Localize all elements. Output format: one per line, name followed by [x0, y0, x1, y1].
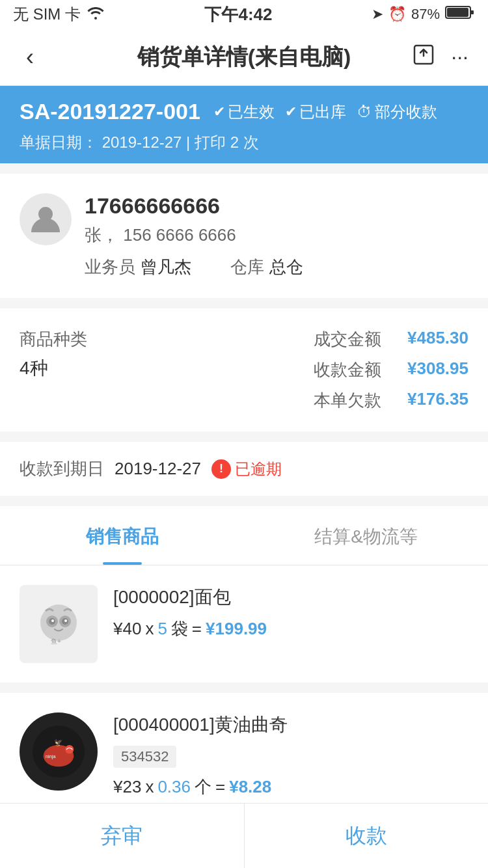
stats-left: 商品种类 4种 — [20, 328, 314, 381]
warehouse-value: 总仓 — [269, 256, 303, 278]
status-tag-shipped: ✔ 已出库 — [285, 102, 346, 122]
status-tag-active: ✔ 已生效 — [213, 102, 275, 122]
sales-rep-item: 业务员 曾凡杰 — [85, 256, 191, 278]
clock-icon: ⏱ — [357, 103, 372, 121]
status-tags: ✔ 已生效 ✔ 已出库 ⏱ 部分收款 — [213, 102, 437, 122]
back-button[interactable]: ‹ — [20, 37, 40, 77]
status-left: 无 SIM 卡 — [13, 4, 105, 25]
svg-point-17 — [65, 745, 74, 753]
equals-1: = — [192, 619, 202, 639]
tab-sales-label: 销售商品 — [86, 526, 159, 547]
check-icon-1: ✔ — [213, 103, 225, 120]
customer-phone-text: 156 6666 6666 — [123, 225, 236, 245]
date-label: 单据日期： — [20, 133, 98, 151]
tab-settlement-label: 结算&物流等 — [314, 526, 418, 547]
order-id: SA-20191227-001 — [20, 99, 200, 124]
customer-meta: 业务员 曾凡杰 仓库 总仓 — [85, 256, 468, 278]
kind-label: 商品种类 — [20, 328, 314, 351]
tab-sales[interactable]: 销售商品 — [0, 506, 244, 565]
unit-1: 袋 — [171, 617, 188, 640]
tab-settlement[interactable]: 结算&物流等 — [244, 506, 488, 565]
carrier-text: 无 SIM 卡 — [13, 4, 81, 25]
stat-row-2: 收款金额 ¥308.95 — [314, 359, 468, 381]
product-item-2: 🦅 ninja [000400001]黄油曲奇 534532 ¥23 x 0.3… — [0, 693, 488, 818]
stat-row-3: 本单欠款 ¥176.35 — [314, 389, 468, 412]
svg-point-10 — [51, 619, 54, 622]
order-date: 2019-12-27 — [102, 133, 182, 151]
sales-rep-label: 业务员 — [85, 256, 135, 278]
product-code-2: [000400001] — [113, 714, 215, 735]
product-name-1: [0000002]面包 — [113, 585, 468, 610]
total-2: ¥8.28 — [229, 777, 271, 797]
unit-2: 个 — [195, 776, 211, 798]
product-title-1: 面包 — [195, 587, 231, 607]
more-icon[interactable]: ··· — [451, 45, 468, 69]
stats-section: 商品种类 4种 成交金额 ¥485.30 收款金额 ¥308.95 本单欠款 ¥… — [0, 308, 488, 431]
kind-count: 4种 — [20, 356, 314, 381]
cancel-button[interactable]: 弃审 — [0, 804, 245, 868]
stat-amount-2: ¥308.95 — [407, 359, 468, 381]
warehouse-label: 仓库 — [230, 256, 264, 278]
status-active-label: 已生效 — [228, 102, 275, 122]
print-info: 打印 2 次 — [195, 133, 259, 151]
status-shipped-label: 已出库 — [299, 102, 346, 122]
product-code-1: [0000002] — [113, 587, 195, 607]
due-date: 2019-12-27 — [115, 459, 201, 479]
cookie-img-2: 🦅 ninja — [33, 726, 85, 778]
header-banner: SA-20191227-001 ✔ 已生效 ✔ 已出库 ⏱ 部分收款 单据日期：… — [0, 86, 488, 163]
product-price-2: ¥23 x 0.36个 = ¥8.28 — [113, 776, 468, 798]
status-time: 下午4:42 — [204, 3, 272, 26]
banner-top: SA-20191227-001 ✔ 已生效 ✔ 已出库 ⏱ 部分收款 — [20, 99, 468, 124]
total-1: ¥199.99 — [206, 619, 267, 639]
product-img-1: 鱼+ — [20, 585, 98, 663]
overdue-label: 已逾期 — [235, 459, 282, 480]
svg-text:鱼+: 鱼+ — [51, 638, 61, 645]
customer-info: 17666666666 张， 156 6666 6666 业务员 曾凡杰 仓库 … — [85, 193, 468, 278]
customer-phone: 张， 156 6666 6666 — [85, 224, 468, 247]
qty-1: 5 — [157, 619, 167, 639]
overdue-icon: ! — [211, 459, 231, 479]
customer-name-text: 张， — [85, 225, 118, 245]
qty-2: 0.36 — [157, 777, 191, 797]
date-separator: | — [186, 133, 195, 151]
svg-rect-2 — [447, 8, 468, 17]
product-price-1: ¥40 x 5袋 = ¥199.99 — [113, 617, 468, 640]
equals-2: = — [215, 777, 225, 797]
sales-rep-value: 曾凡杰 — [141, 256, 191, 278]
wifi-icon — [86, 5, 105, 23]
status-tag-partial: ⏱ 部分收款 — [357, 102, 437, 122]
share-icon[interactable] — [412, 43, 435, 72]
unit-price-1: ¥40 — [113, 619, 141, 639]
customer-avatar — [20, 193, 72, 245]
status-right: ➤ ⏰ 87% — [372, 5, 475, 24]
confirm-button[interactable]: 收款 — [245, 804, 489, 868]
stat-amount-3: ¥176.35 — [407, 389, 468, 412]
customer-id: 17666666666 — [85, 193, 468, 219]
product-item-1: 鱼+ [0000002]面包 ¥40 x 5袋 = ¥199.99 — [0, 565, 488, 683]
price-separator-1: x — [145, 619, 154, 639]
stats-right: 成交金额 ¥485.30 收款金额 ¥308.95 本单欠款 ¥176.35 — [314, 328, 468, 412]
product-img-2: 🦅 ninja — [20, 712, 98, 791]
bottom-bar: 弃审 收款 — [0, 803, 488, 868]
product-info-2: [000400001]黄油曲奇 534532 ¥23 x 0.36个 = ¥8.… — [113, 712, 468, 798]
alarm-icon: ⏰ — [388, 6, 406, 23]
person-icon — [29, 202, 62, 236]
stat-name-1: 成交金额 — [314, 328, 381, 351]
battery-icon — [445, 5, 475, 24]
status-partial-label: 部分收款 — [375, 102, 437, 122]
tabs-section: 销售商品 结算&物流等 — [0, 506, 488, 565]
owl-icon-1: 鱼+ — [33, 598, 85, 650]
warehouse-item: 仓库 总仓 — [230, 256, 303, 278]
overdue-badge: ! 已逾期 — [211, 459, 282, 480]
stat-row-1: 成交金额 ¥485.30 — [314, 328, 468, 351]
product-list: 鱼+ [0000002]面包 ¥40 x 5袋 = ¥199.99 🦅 ninj… — [0, 565, 488, 818]
product-name-2: [000400001]黄油曲奇 — [113, 712, 468, 737]
stat-name-2: 收款金额 — [314, 359, 381, 381]
check-icon-2: ✔ — [285, 103, 297, 120]
product-title-2: 黄油曲奇 — [215, 714, 288, 735]
nav-bar: ‹ 销货单详情(来自电脑) ··· — [0, 29, 488, 86]
due-label: 收款到期日 — [20, 457, 104, 480]
location-icon: ➤ — [372, 6, 383, 23]
stat-amount-1: ¥485.30 — [407, 328, 468, 351]
product-info-1: [0000002]面包 ¥40 x 5袋 = ¥199.99 — [113, 585, 468, 640]
